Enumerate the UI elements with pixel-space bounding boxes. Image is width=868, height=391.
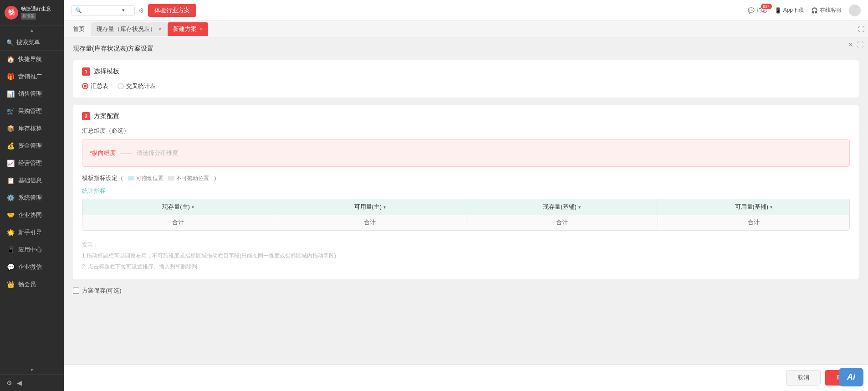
tips-area: 提示： 1.拖动标题栏可以调整布局，不可跨维度或指标区域拖动栏目字段(只能在同一… xyxy=(82,239,850,272)
sidebar-item-label: 营销推广 xyxy=(18,72,42,81)
newbie-icon: 🌟 xyxy=(6,228,15,237)
sidebar-item-label: 资金管理 xyxy=(18,142,42,150)
main-area: 🔍 ▾ ⚙ 体验行业方案 💬 消息 99+ 📱 App下载 🎧 在线客服 xyxy=(64,0,868,391)
sidebar-item-label: 新手引导 xyxy=(18,228,42,237)
sidebar-item-label: 基础信息 xyxy=(18,176,42,185)
col-available-main[interactable]: 可用量(主) ▾ xyxy=(274,199,466,215)
col-current-main[interactable]: 现存量(主) ▾ xyxy=(82,199,274,215)
sidebar-item-label: 经营管理 xyxy=(18,159,42,167)
sidebar-item-collab[interactable]: 🤝 企业协同 xyxy=(0,206,64,224)
tip-2: 2. 点击标题栏下拉可设置排序、插入列和删除列 xyxy=(82,261,850,272)
app-download-btn[interactable]: 📱 App下载 xyxy=(775,6,804,14)
sidebar-item-label: 快捷导航 xyxy=(18,55,42,63)
user-avatar[interactable] xyxy=(849,5,861,16)
col-available-aux[interactable]: 可用量(基辅) ▾ xyxy=(658,199,849,215)
topbar-right: 💬 消息 99+ 📱 App下载 🎧 在线客服 xyxy=(748,5,861,16)
cancel-button[interactable]: 取消 xyxy=(786,370,821,386)
template-options: 汇总表 交叉统计表 xyxy=(82,82,850,90)
section-config: 2 方案配置 汇总维度（必选） *纵向维度 —— 请选择分组维度 模板指标设定（… xyxy=(73,105,859,279)
legend-draggable: 可拖动位置 xyxy=(128,175,163,182)
search-icon: 🔍 xyxy=(6,39,14,46)
sidebar-item-label: 企业协同 xyxy=(18,211,42,219)
step2-title: 方案配置 xyxy=(94,112,119,120)
section1-header: 1 选择模板 xyxy=(82,67,850,76)
tab-home[interactable]: 首页 xyxy=(67,22,90,36)
system-icon: ⚙️ xyxy=(6,194,15,202)
sidebar-item-newbie[interactable]: 🌟 新手引导 xyxy=(0,224,64,241)
indicator-label-end: ） xyxy=(214,174,220,182)
stats-table-body: 合计 合计 合计 合计 xyxy=(82,215,849,230)
weixin-icon: 💬 xyxy=(6,263,15,271)
app-version: 标准版 xyxy=(21,13,36,20)
sidebar-item-inventory[interactable]: 📦 库存核算 xyxy=(0,120,64,137)
sidebar-item-member[interactable]: 👑 畅会员 xyxy=(0,276,64,293)
tab-inventory[interactable]: 现存量（库存状况表） × xyxy=(91,22,167,36)
sales-icon: 📊 xyxy=(6,90,15,98)
trial-btn[interactable]: 体验行业方案 xyxy=(148,4,196,17)
save-checkbox[interactable] xyxy=(73,288,79,294)
gear-icon[interactable]: ⚙ xyxy=(138,7,144,14)
sidebar-item-operations[interactable]: 📈 经营管理 xyxy=(0,154,64,172)
settings-icon[interactable]: ⚙ xyxy=(6,379,12,386)
radio-crosstab[interactable] xyxy=(117,83,124,89)
action-bar: 取消 查询 xyxy=(64,364,868,391)
close-panel-btn[interactable]: ✕ xyxy=(848,41,853,48)
dimension-placeholder[interactable]: 请选择分组维度 xyxy=(137,149,178,157)
template-summary[interactable]: 汇总表 xyxy=(82,82,108,90)
quicknav-icon: 🏠 xyxy=(6,55,15,63)
message-btn[interactable]: 💬 消息 99+ xyxy=(748,6,767,14)
sidebar-item-basic[interactable]: 📋 基础信息 xyxy=(0,172,64,189)
sidebar-item-weixin[interactable]: 💬 企业微信 xyxy=(0,258,64,276)
sidebar-scroll-down[interactable]: ▼ xyxy=(30,365,34,374)
search-dropdown[interactable]: ▾ xyxy=(122,7,125,13)
col-chevron-3[interactable]: ▾ xyxy=(770,205,772,210)
expand-panel-btn[interactable]: ⛶ xyxy=(857,41,863,48)
col-chevron-1[interactable]: ▾ xyxy=(383,205,386,210)
dimension-separator: —— xyxy=(120,150,132,157)
sidebar-item-label: 畅会员 xyxy=(18,280,36,288)
tab-new-plan[interactable]: 新建方案 × xyxy=(168,22,208,36)
radio-summary[interactable] xyxy=(82,83,88,89)
indicator-settings: 模板指标设定（ 可拖动位置 不可拖动位置 ） 统计指标 现存 xyxy=(82,174,850,232)
section-template: 1 选择模板 汇总表 交叉统计表 xyxy=(73,60,859,98)
sidebar-item-purchase[interactable]: 🛒 采购管理 xyxy=(0,103,64,120)
stats-table: 现存量(主) ▾ 可用量(主) ▾ 现存量(基辅) ▾ 可用量(基辅) xyxy=(82,199,850,231)
inventory-tab-close[interactable]: × xyxy=(158,26,161,32)
step1-num: 1 xyxy=(82,67,90,76)
sidebar-item-label: 采购管理 xyxy=(18,107,42,115)
operations-icon: 📈 xyxy=(6,159,15,167)
sidebar-search[interactable]: 🔍 搜索菜单 xyxy=(0,35,64,51)
sidebar-item-quicknav[interactable]: 🏠 快捷导航 xyxy=(0,51,64,68)
save-label: 方案保存(可选) xyxy=(82,287,122,295)
logo-icon: 畅 xyxy=(5,6,18,20)
cell-2: 合计 xyxy=(466,215,658,230)
inventory-tab-label: 现存量（库存状况表） xyxy=(97,25,156,33)
service-btn[interactable]: 🎧 在线客服 xyxy=(811,6,842,14)
col-chevron-0[interactable]: ▾ xyxy=(192,205,194,210)
sidebar-scroll-up[interactable]: ▲ xyxy=(30,26,34,35)
fixed-legend-box xyxy=(168,176,174,180)
sidebar-item-marketing[interactable]: 🎁 营销推广 xyxy=(0,68,64,85)
sidebar-item-system[interactable]: ⚙️ 系统管理 xyxy=(0,189,64,206)
expand-icon: ⛶ xyxy=(858,26,864,33)
tip-1: 1.拖动标题栏可以调整布局，不可跨维度或指标区域拖动栏目字段(只能在同一维度或指… xyxy=(82,250,850,261)
apps-icon: 📱 xyxy=(6,246,15,254)
collapse-icon[interactable]: ◀ xyxy=(17,379,22,386)
col-chevron-2[interactable]: ▾ xyxy=(578,205,581,210)
search-input[interactable] xyxy=(84,7,120,14)
sidebar-item-apps[interactable]: 📱 应用中心 xyxy=(0,241,64,258)
message-badge: 99+ xyxy=(761,4,771,9)
search-box[interactable]: 🔍 ▾ xyxy=(71,5,135,15)
message-icon: 💬 xyxy=(748,7,755,14)
col-current-aux[interactable]: 现存量(基辅) ▾ xyxy=(466,199,658,215)
cell-0: 合计 xyxy=(82,215,274,230)
sidebar-search-label: 搜索菜单 xyxy=(16,38,40,46)
cell-3: 合计 xyxy=(658,215,849,230)
sidebar-item-finance[interactable]: 💰 资金管理 xyxy=(0,137,64,154)
template-crosstab[interactable]: 交叉统计表 xyxy=(117,82,156,90)
tab-expand[interactable]: ⛶ xyxy=(858,26,864,33)
new-plan-tab-label: 新建方案 xyxy=(173,25,197,33)
template-crosstab-label: 交叉统计表 xyxy=(126,82,156,90)
new-plan-tab-close[interactable]: × xyxy=(199,26,202,32)
sidebar-item-sales[interactable]: 📊 销售管理 xyxy=(0,85,64,103)
